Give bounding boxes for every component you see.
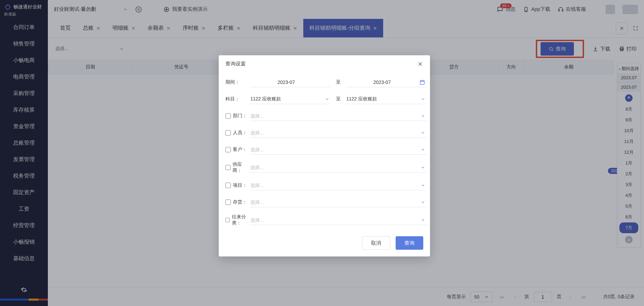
filter-select[interactable]: [250, 180, 427, 190]
filter-row-label[interactable]: 往来分类：: [225, 214, 250, 226]
filter-row-label[interactable]: 存货：: [225, 199, 250, 205]
filter-select[interactable]: [250, 145, 427, 155]
modal-ok-button[interactable]: 查询: [396, 236, 423, 250]
filter-checkbox[interactable]: [225, 130, 231, 135]
filter-checkbox[interactable]: [225, 200, 231, 205]
query-settings-modal: 查询设置 期间： 至 科目：: [219, 55, 430, 256]
calendar-icon[interactable]: [419, 79, 425, 85]
filter-checkbox[interactable]: [225, 183, 231, 188]
filter-row-label[interactable]: 客户：: [225, 147, 250, 153]
filter-row-label[interactable]: 供应商：: [225, 161, 250, 174]
filter-select[interactable]: [250, 111, 427, 121]
period-to-input[interactable]: [346, 77, 427, 87]
filter-row-label[interactable]: 人员：: [225, 130, 250, 136]
subject-range-split: 至: [331, 96, 346, 102]
modal-cancel-button[interactable]: 取消: [362, 236, 390, 250]
modal-title: 查询设置: [225, 61, 246, 67]
filter-select[interactable]: [250, 197, 427, 207]
filter-select[interactable]: [250, 128, 427, 138]
filter-row-label[interactable]: 项目：: [225, 182, 250, 188]
period-from-input[interactable]: [250, 77, 331, 87]
subject-to-select[interactable]: [346, 94, 427, 104]
period-range-split: 至: [331, 79, 346, 85]
filter-checkbox[interactable]: [225, 147, 231, 152]
filter-checkbox[interactable]: [225, 217, 230, 223]
svg-rect-10: [420, 81, 424, 85]
period-label: 期间：: [225, 79, 250, 85]
subject-label: 科目：: [225, 96, 250, 102]
filter-row-label[interactable]: 部门：: [225, 113, 250, 119]
filter-checkbox[interactable]: [225, 113, 231, 119]
filter-checkbox[interactable]: [225, 165, 231, 170]
filter-select[interactable]: [250, 162, 427, 173]
filter-select[interactable]: [250, 215, 427, 225]
subject-from-select[interactable]: [250, 94, 331, 104]
modal-close-button[interactable]: [417, 61, 423, 67]
